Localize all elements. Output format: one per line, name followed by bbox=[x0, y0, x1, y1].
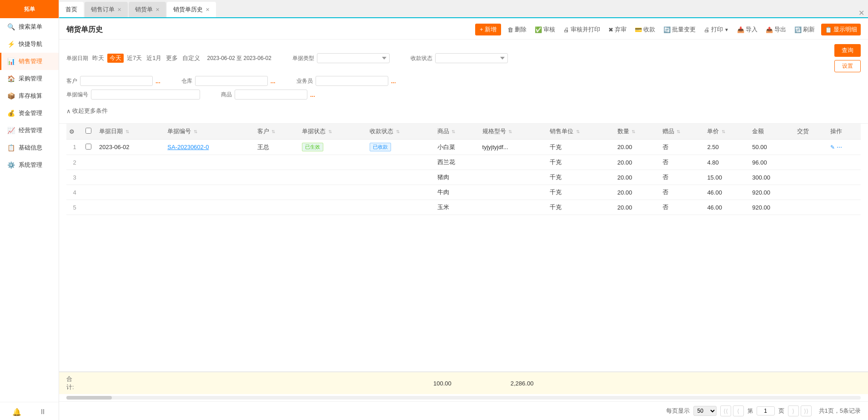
sidebar-item-search-menu[interactable]: 🔍 搜索菜单 bbox=[0, 18, 59, 35]
audit-button-label: 审核 bbox=[543, 25, 555, 34]
show-detail-button[interactable]: 📋 显示明细 bbox=[821, 24, 861, 35]
salesman-input[interactable] bbox=[316, 76, 388, 86]
delete-button-label: 删除 bbox=[515, 25, 527, 34]
col-settings[interactable]: ⚙ bbox=[66, 124, 83, 140]
collect-status-select[interactable] bbox=[435, 53, 508, 63]
tabs-close-all[interactable]: ✕ bbox=[858, 9, 868, 17]
row-checkbox-2[interactable] bbox=[83, 155, 96, 170]
tab-home[interactable]: 首页 bbox=[59, 2, 84, 17]
row-action-5 bbox=[828, 200, 861, 215]
last-page-button[interactable]: ⟩⟩ bbox=[801, 405, 812, 416]
col-doc-no[interactable]: 单据编号 ⇅ bbox=[165, 124, 254, 140]
sidebar-item-operations[interactable]: 📈 经营管理 bbox=[0, 122, 59, 139]
tab-sales-history[interactable]: 销货单历史 ✕ bbox=[167, 2, 216, 17]
next-page-button[interactable]: ⟩ bbox=[788, 405, 799, 416]
batch-change-button[interactable]: 🔄 批量变更 bbox=[662, 24, 697, 35]
sidebar-item-purchase-mgmt[interactable]: 🏠 采购管理 bbox=[0, 70, 59, 87]
warehouse-ellipsis[interactable]: ... bbox=[271, 78, 276, 85]
col-unit-price[interactable]: 单价 ⇅ bbox=[704, 124, 749, 140]
filter-row-1: 单据日期 昨天 今天 近7天 近1月 更多 自定义 2023-06-02 至 2… bbox=[66, 44, 861, 72]
col-customer[interactable]: 客户 ⇅ bbox=[255, 124, 300, 140]
sidebar-item-quick-nav[interactable]: ⚡ 快捷导航 bbox=[0, 35, 59, 53]
customer-input[interactable] bbox=[80, 76, 153, 86]
scroll-thumb[interactable] bbox=[66, 396, 112, 400]
tab-sales-order-close[interactable]: ✕ bbox=[117, 7, 121, 13]
prev-page-button[interactable]: ⟨ bbox=[733, 405, 744, 416]
export-button[interactable]: 📤 导出 bbox=[764, 24, 788, 35]
row-amount-4: 920.00 bbox=[749, 185, 794, 200]
edit-button-1[interactable]: ✎ bbox=[830, 144, 835, 150]
doc-no-input[interactable] bbox=[91, 90, 200, 100]
shortcut-today[interactable]: 今天 bbox=[107, 54, 124, 63]
salesman-label: 业务员 bbox=[296, 77, 313, 85]
first-page-button[interactable]: ⟨⟨ bbox=[720, 405, 731, 416]
refresh-button[interactable]: 🔃 刷新 bbox=[793, 24, 817, 35]
sidebar-item-inventory[interactable]: 📦 库存核算 bbox=[0, 87, 59, 105]
goods-ellipsis[interactable]: ... bbox=[310, 91, 315, 98]
audit-button[interactable]: ✅ 审核 bbox=[533, 24, 557, 35]
row-trade-3 bbox=[794, 170, 828, 185]
collapse-button[interactable]: ∧ 收起更多条件 bbox=[66, 105, 861, 117]
shortcut-yesterday[interactable]: 昨天 bbox=[91, 54, 105, 63]
audit-print-button[interactable]: 🖨 审核并打印 bbox=[562, 24, 602, 35]
col-qty[interactable]: 数量 ⇅ bbox=[615, 124, 660, 140]
row-unit-3: 千克 bbox=[547, 170, 615, 185]
page-size-label: 每页显示 bbox=[666, 407, 690, 415]
warehouse-input[interactable] bbox=[195, 76, 268, 86]
sidebar-item-finance[interactable]: 💰 资金管理 bbox=[0, 105, 59, 122]
row-goods-5: 玉米 bbox=[435, 200, 480, 215]
settings-icon[interactable]: ⚙ bbox=[69, 128, 75, 135]
page-input[interactable] bbox=[757, 406, 775, 415]
select-all-checkbox[interactable] bbox=[85, 128, 91, 134]
tab-sales-history-close[interactable]: ✕ bbox=[206, 7, 210, 13]
page-label-text: 第 bbox=[748, 407, 753, 415]
more-button-1[interactable]: ⋯ bbox=[837, 144, 842, 150]
sidebar-item-sys-mgmt[interactable]: ⚙️ 系统管理 bbox=[0, 156, 59, 174]
tab-sales-delivery[interactable]: 销货单 ✕ bbox=[129, 2, 166, 17]
salesman-ellipsis[interactable]: ... bbox=[391, 78, 396, 85]
sidebar-bottom-icon1[interactable]: 🔔 bbox=[12, 408, 21, 416]
date-filter-label: 单据日期 bbox=[66, 55, 88, 62]
shortcut-7days[interactable]: 近7天 bbox=[125, 54, 143, 63]
col-goods[interactable]: 商品 ⇅ bbox=[435, 124, 480, 140]
col-doc-status[interactable]: 单据状态 ⇅ bbox=[299, 124, 367, 140]
sidebar-item-label: 资金管理 bbox=[19, 109, 42, 117]
shortcut-custom[interactable]: 自定义 bbox=[181, 54, 201, 63]
sidebar-bottom-icon2[interactable]: ⏸ bbox=[39, 408, 46, 416]
doc-type-select[interactable] bbox=[317, 53, 390, 63]
sidebar-item-basic-info[interactable]: 📋 基础信息 bbox=[0, 139, 59, 156]
row-1-checkbox[interactable] bbox=[85, 144, 91, 150]
abandon-button[interactable]: ✖ 弃审 bbox=[607, 24, 628, 35]
customer-ellipsis[interactable]: ... bbox=[156, 78, 161, 85]
query-button[interactable]: 查询 bbox=[834, 44, 861, 57]
collect-button[interactable]: 💳 收款 bbox=[633, 24, 657, 35]
col-date[interactable]: 单据日期 ⇅ bbox=[96, 124, 165, 140]
row-unit-1: 千克 bbox=[547, 140, 615, 155]
table-row: 2 西兰花 千克 20.00 否 4.80 96.00 bbox=[66, 155, 861, 170]
tab-sales-delivery-close[interactable]: ✕ bbox=[156, 7, 160, 13]
col-gift[interactable]: 赠品 ⇅ bbox=[660, 124, 705, 140]
print-button[interactable]: 🖨 打印 ▼ bbox=[702, 24, 731, 35]
shortcut-1month[interactable]: 近1月 bbox=[145, 54, 163, 63]
row-checkbox-1[interactable] bbox=[83, 140, 96, 155]
tab-sales-order[interactable]: 销售订单 ✕ bbox=[85, 2, 128, 17]
shortcut-more[interactable]: 更多 bbox=[165, 54, 179, 63]
horizontal-scrollbar[interactable] bbox=[66, 396, 861, 400]
col-collect-status[interactable]: 收款状态 ⇅ bbox=[367, 124, 435, 140]
setting-button[interactable]: 设置 bbox=[834, 60, 861, 72]
add-button[interactable]: + 新增 bbox=[475, 24, 501, 35]
warehouse-filter-group: 仓库 ... bbox=[181, 76, 276, 86]
import-button[interactable]: 📥 导入 bbox=[735, 24, 759, 35]
sidebar-item-sales-mgmt[interactable]: 📊 销售管理 bbox=[0, 53, 59, 70]
goods-input[interactable] bbox=[235, 90, 307, 100]
col-spec[interactable]: 规格型号 ⇅ bbox=[480, 124, 547, 140]
row-doc-no-1[interactable]: SA-20230602-0 bbox=[165, 140, 254, 155]
row-num-3: 3 bbox=[66, 170, 83, 185]
row-date-2 bbox=[96, 155, 165, 170]
row-action-3 bbox=[828, 170, 861, 185]
row-doc-no-5 bbox=[165, 200, 254, 215]
row-spec-2 bbox=[480, 155, 547, 170]
page-size-select[interactable]: 50 100 200 bbox=[693, 406, 717, 416]
delete-button[interactable]: 🗑 删除 bbox=[506, 24, 528, 35]
col-unit[interactable]: 销售单位 ⇅ bbox=[547, 124, 615, 140]
